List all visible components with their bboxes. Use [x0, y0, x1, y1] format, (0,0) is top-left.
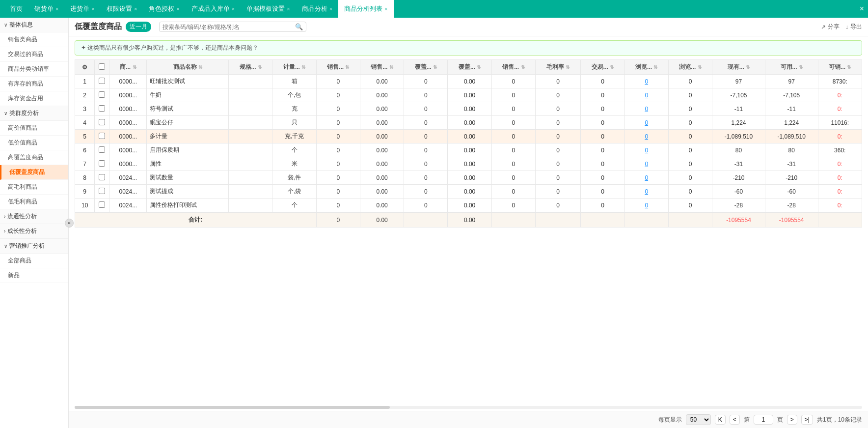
sidebar-item-stocked-goods[interactable]: 有库存的商品: [0, 77, 68, 91]
sidebar-item-high-coverage[interactable]: 高覆盖度商品: [0, 150, 68, 165]
row-checkbox-cell[interactable]: [95, 130, 109, 143]
row-browse1[interactable]: 0: [624, 171, 668, 185]
sidebar-item-low-coverage[interactable]: 低覆盖度商品: [0, 165, 68, 180]
row-browse1[interactable]: 0: [624, 157, 668, 171]
search-input[interactable]: [163, 24, 295, 30]
select-all-checkbox[interactable]: [99, 63, 105, 70]
nav-item-home[interactable]: 首页: [4, 0, 28, 18]
close-icon[interactable]: ×: [287, 6, 290, 12]
sidebar-item-category-turnover[interactable]: 商品分类动销率: [0, 62, 68, 77]
nav-item-template[interactable]: 单据模板设置 ×: [241, 0, 296, 18]
row-sales-qty: 0: [316, 102, 360, 116]
row-browse1[interactable]: 0: [624, 116, 668, 130]
close-icon[interactable]: ×: [384, 6, 387, 12]
unit-column-header[interactable]: 计量... ⇅: [272, 60, 316, 75]
first-page-button[interactable]: K: [715, 415, 726, 425]
saleable-column-header[interactable]: 可销... ⇅: [818, 60, 862, 75]
close-icon[interactable]: ×: [329, 6, 332, 12]
horizontal-scrollbar[interactable]: [75, 406, 862, 409]
sidebar-section-marketing[interactable]: ∨ 营销推广分析: [0, 239, 68, 254]
row-browse1[interactable]: 0: [624, 143, 668, 157]
row-checkbox[interactable]: [99, 91, 105, 98]
table-wrapper[interactable]: ⚙ 商... ⇅ 商品名称 ⇅ 规格... ⇅ 计量... ⇅ 销售... ⇅ …: [69, 59, 868, 404]
per-page-select[interactable]: 50 100 200: [686, 414, 711, 425]
sidebar-item-all-goods[interactable]: 全部商品: [0, 254, 68, 268]
row-checkbox-cell[interactable]: [95, 171, 109, 185]
sidebar-item-new-goods[interactable]: 新品: [0, 268, 68, 283]
share-button[interactable]: ↗ 分享: [821, 23, 840, 31]
scrollbar-thumb[interactable]: [75, 406, 390, 409]
row-browse1[interactable]: 0: [624, 102, 668, 116]
sales-qty-column-header[interactable]: 销售... ⇅: [316, 60, 360, 75]
row-browse1[interactable]: 0: [624, 199, 668, 213]
last-page-button[interactable]: >|: [801, 415, 813, 425]
browse1-column-header[interactable]: 浏览... ⇅: [624, 60, 668, 75]
row-browse1[interactable]: 0: [624, 88, 668, 102]
prev-page-button[interactable]: <: [730, 415, 740, 425]
nav-item-analysis[interactable]: 商品分析 ×: [296, 0, 338, 18]
row-browse1[interactable]: 0: [624, 185, 668, 199]
sidebar-section-overall[interactable]: ∨ 整体信息: [0, 18, 68, 32]
time-filter-button[interactable]: 近一月: [126, 22, 151, 32]
row-browse1[interactable]: 0: [624, 75, 668, 88]
row-checkbox-cell[interactable]: [95, 199, 109, 213]
browse2-column-header[interactable]: 浏览... ⇅: [668, 60, 712, 75]
row-checkbox-cell[interactable]: [95, 75, 109, 88]
sidebar-item-low-value[interactable]: 低价值商品: [0, 136, 68, 150]
row-checkbox-cell[interactable]: [95, 143, 109, 157]
sidebar-item-traded-goods[interactable]: 交易过的商品: [0, 47, 68, 62]
row-checkbox[interactable]: [99, 174, 105, 180]
sidebar-item-low-margin[interactable]: 低毛利商品: [0, 195, 68, 209]
sidebar-item-high-margin[interactable]: 高毛利商品: [0, 180, 68, 195]
row-checkbox-cell[interactable]: [95, 157, 109, 171]
nav-item-permissions[interactable]: 权限设置 ×: [101, 0, 143, 18]
row-checkbox[interactable]: [99, 119, 105, 125]
name-column-header[interactable]: 商品名称 ⇅: [147, 60, 229, 75]
close-icon[interactable]: ×: [176, 6, 179, 12]
gross-margin-column-header[interactable]: 毛利率 ⇅: [536, 60, 581, 75]
sidebar-item-high-value[interactable]: 高价值商品: [0, 121, 68, 136]
sidebar-collapse-button[interactable]: «: [65, 219, 74, 228]
current-stock-column-header[interactable]: 现有... ⇅: [712, 60, 765, 75]
row-checkbox[interactable]: [99, 146, 105, 153]
row-checkbox[interactable]: [99, 105, 105, 112]
checkbox-column-header[interactable]: [95, 60, 109, 75]
row-checkbox[interactable]: [99, 201, 105, 208]
next-page-button[interactable]: >: [787, 415, 797, 425]
row-checkbox-cell[interactable]: [95, 185, 109, 199]
sidebar-section-growth[interactable]: › 成长性分析: [0, 224, 68, 239]
row-browse1[interactable]: 0: [624, 130, 668, 143]
sidebar-item-sales-goods[interactable]: 销售类商品: [0, 32, 68, 47]
settings-column-header[interactable]: ⚙: [75, 60, 95, 75]
close-icon[interactable]: ×: [232, 6, 235, 12]
row-checkbox[interactable]: [99, 78, 105, 84]
close-all-button[interactable]: ×: [860, 4, 864, 13]
available-stock-column-header[interactable]: 可用... ⇅: [765, 60, 818, 75]
close-icon[interactable]: ×: [91, 6, 94, 12]
nav-item-production[interactable]: 产成品入库单 ×: [186, 0, 241, 18]
page-number-input[interactable]: [754, 415, 773, 425]
sidebar-section-circulation[interactable]: › 流通性分析: [0, 209, 68, 224]
row-checkbox-cell[interactable]: [95, 88, 109, 102]
sales3-column-header[interactable]: 销售... ⇅: [491, 60, 535, 75]
nav-item-sales[interactable]: 销货单 ×: [28, 0, 64, 18]
export-button[interactable]: ↓ 导出: [845, 23, 862, 31]
sidebar-section-cluster[interactable]: ∨ 类群度分析: [0, 106, 68, 121]
spec-column-header[interactable]: 规格... ⇅: [229, 60, 272, 75]
close-icon[interactable]: ×: [134, 6, 137, 12]
row-checkbox-cell[interactable]: [95, 102, 109, 116]
nav-item-analysis-list[interactable]: 商品分析列表 ×: [338, 0, 393, 18]
sales-amt-column-header[interactable]: 销售... ⇅: [360, 60, 404, 75]
close-icon[interactable]: ×: [55, 6, 58, 12]
transaction-column-header[interactable]: 交易... ⇅: [581, 60, 624, 75]
row-checkbox[interactable]: [99, 160, 105, 167]
row-checkbox[interactable]: [99, 133, 105, 139]
nav-item-roles[interactable]: 角色授权 ×: [143, 0, 185, 18]
row-checkbox[interactable]: [99, 188, 105, 194]
sidebar-item-inventory-capital[interactable]: 库存资金占用: [0, 91, 68, 106]
coverage1-column-header[interactable]: 覆盖... ⇅: [404, 60, 448, 75]
coverage2-column-header[interactable]: 覆盖... ⇅: [448, 60, 491, 75]
row-checkbox-cell[interactable]: [95, 116, 109, 130]
code-column-header[interactable]: 商... ⇅: [109, 60, 147, 75]
nav-item-purchase[interactable]: 进货单 ×: [64, 0, 100, 18]
